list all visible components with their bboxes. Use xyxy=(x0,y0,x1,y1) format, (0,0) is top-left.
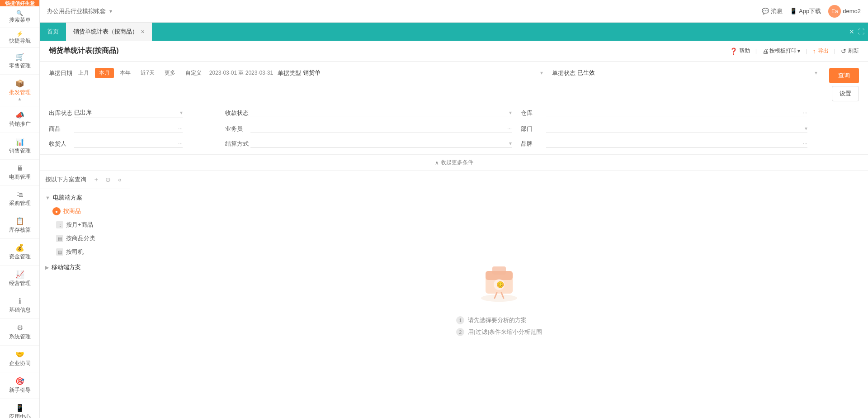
app-download-button[interactable]: 📱 App下载 xyxy=(790,7,821,15)
group-mobile-label: 移动端方案 xyxy=(52,263,81,271)
doc-status-value: 已生效 xyxy=(577,69,595,77)
user-area[interactable]: Ea demo2 xyxy=(828,5,861,18)
print-template-button[interactable]: 🖨 按模板打印 ▾ xyxy=(762,47,800,55)
query-button[interactable]: 查询 xyxy=(829,68,859,83)
sidebar-item-guide[interactable]: 🎯 新手引导 xyxy=(0,372,39,399)
tab-sales-stats-label: 销货单统计表（按商品） xyxy=(73,28,138,36)
brand-filter: 品牌 ··· xyxy=(516,139,812,148)
collection-status-select[interactable]: ▾ xyxy=(250,109,512,117)
scheme-table-icon: ▤ xyxy=(56,235,63,242)
empty-state: 😊 1 请先选择要分析的方案 2 xyxy=(130,171,868,418)
scheme-panel-title: 按以下方案查询 xyxy=(45,176,86,184)
sidebar-quicknav-item[interactable]: ⚡ 快捷导航 xyxy=(0,28,39,48)
wholesale-icon: 📦 xyxy=(15,79,24,88)
marketing-label: 营销推广 xyxy=(9,120,31,128)
scheme-group-desktop-header[interactable]: ▼ 电脑端方案 xyxy=(40,191,130,204)
scheme-group-mobile-header[interactable]: ▶ 移动端方案 xyxy=(40,261,130,274)
salesperson-filter: 业务员 ··· xyxy=(221,124,516,133)
sidebar-item-retail[interactable]: 🛒 零售管理 xyxy=(0,48,39,75)
scheme-item-by-product[interactable]: ● 按商品 xyxy=(40,204,130,218)
quicknav-icon: ⚡ xyxy=(16,31,23,37)
scheme-item-by-driver[interactable]: ▤ 按司机 xyxy=(40,245,130,259)
page-actions: ❓ 帮助 | 🖨 按模板打印 ▾ | ↑ 导出 | ↺ 刷新 xyxy=(730,47,859,60)
sidebar-item-inventory[interactable]: 📋 库存核算 xyxy=(0,212,39,239)
message-label: 消息 xyxy=(771,7,783,15)
sidebar-item-ecommerce[interactable]: 🖥 电商管理 xyxy=(0,160,39,186)
sidebar-item-operation[interactable]: 📈 经营管理 xyxy=(0,266,39,292)
warehouse-input[interactable]: ··· xyxy=(546,109,807,117)
scheme-grid-icon: :: xyxy=(56,221,63,228)
divider-2: | xyxy=(806,48,807,54)
edit-scheme-button[interactable]: ⊙ xyxy=(104,175,113,184)
doc-type-select[interactable]: 销货单 ▾ xyxy=(303,68,543,78)
refresh-button[interactable]: ↺ 刷新 xyxy=(841,47,859,55)
brand-label: 品牌 xyxy=(521,140,546,148)
department-select[interactable]: ▾ xyxy=(546,124,807,133)
sidebar-item-wholesale[interactable]: 📦 批发管理 ▲ xyxy=(0,75,39,106)
sidebar-search-item[interactable]: 🔍 搜索菜单 xyxy=(0,6,39,28)
tab-sales-stats[interactable]: 销货单统计表（按商品） ✕ xyxy=(66,23,152,41)
sidebar-item-basic[interactable]: ℹ 基础信息 xyxy=(0,292,39,319)
avatar: Ea xyxy=(828,5,841,18)
scheme-by-month-product-label: 按月+商品 xyxy=(66,221,93,229)
salesperson-more-icon: ··· xyxy=(507,125,512,132)
salesperson-label: 业务员 xyxy=(225,125,250,133)
tab-home[interactable]: 首页 xyxy=(40,23,66,41)
maximize-window-icon[interactable]: ⛶ xyxy=(858,28,864,35)
date-btn-custom[interactable]: 自定义 xyxy=(181,68,206,78)
payment-method-label: 结算方式 xyxy=(225,140,250,148)
topbar-dropdown-icon[interactable]: ▾ xyxy=(109,8,112,14)
query-button-group: 查询 设置 xyxy=(829,68,859,101)
tip-num-1: 1 xyxy=(456,316,464,324)
date-btn-more[interactable]: 更多 xyxy=(160,68,179,78)
add-scheme-button[interactable]: ＋ xyxy=(92,175,101,184)
collapse-bar[interactable]: ∧ 收起更多条件 xyxy=(40,155,868,170)
tab-close-icon[interactable]: ✕ xyxy=(141,29,145,35)
sidebar-item-sales[interactable]: 📊 销售管理 xyxy=(0,133,39,160)
close-window-icon[interactable]: ✕ xyxy=(849,28,854,35)
out-status-select[interactable]: 已出库 ▾ xyxy=(74,108,183,118)
export-button[interactable]: ↑ 导出 xyxy=(813,47,829,55)
export-label: 导出 xyxy=(818,47,829,55)
date-btn-last-month[interactable]: 上月 xyxy=(74,68,93,78)
collection-status-chevron-icon: ▾ xyxy=(509,109,512,116)
sidebar-item-purchase[interactable]: 🛍 采购管理 xyxy=(0,186,39,212)
out-status-chevron-icon: ▾ xyxy=(180,109,183,116)
app-download-label: App下载 xyxy=(799,7,821,15)
warehouse-more-icon: ··· xyxy=(803,109,807,116)
collection-status-filter: 收款状态 ▾ xyxy=(221,109,516,117)
sidebar-item-enterprise[interactable]: 🤝 企业协同 xyxy=(0,346,39,372)
page-content: 销货单统计表(按商品) ❓ 帮助 | 🖨 按模板打印 ▾ | ↑ 导出 | xyxy=(40,41,868,418)
sidebar-item-appcenter[interactable]: 📱 应用中心 xyxy=(0,399,39,418)
product-input[interactable]: ··· xyxy=(74,124,183,133)
app-logo[interactable]: 畅捷信好生意 xyxy=(0,0,39,6)
doc-status-select[interactable]: 已生效 ▾ xyxy=(577,68,817,78)
wholesale-label: 批发管理 xyxy=(9,89,31,96)
date-btn-last7[interactable]: 近7天 xyxy=(137,68,159,78)
date-btn-this-year[interactable]: 本年 xyxy=(116,68,135,78)
finance-icon: 💰 xyxy=(15,243,24,252)
payment-method-select[interactable]: ▾ xyxy=(250,139,512,148)
brand-more-icon: ··· xyxy=(803,140,807,147)
message-button[interactable]: 💬 消息 xyxy=(762,7,783,15)
salesperson-input[interactable]: ··· xyxy=(250,124,512,133)
collapse-scheme-button[interactable]: « xyxy=(115,175,124,184)
brand-input[interactable]: ··· xyxy=(546,139,807,148)
sidebar-item-finance[interactable]: 💰 资金管理 xyxy=(0,239,39,266)
doc-status-label: 单据状态 xyxy=(552,69,577,77)
tip-text-2: 用[过滤]条件来缩小分析范围 xyxy=(468,328,542,336)
app-download-icon: 📱 xyxy=(790,8,797,14)
help-button[interactable]: ❓ 帮助 xyxy=(730,47,750,55)
sidebar-item-marketing[interactable]: 📣 营销推广 xyxy=(0,106,39,133)
settings-button[interactable]: 设置 xyxy=(832,86,859,101)
date-filter-label: 单据日期 xyxy=(49,69,74,77)
tabbar: 首页 销货单统计表（按商品） ✕ ✕ ⛶ xyxy=(40,23,868,41)
scheme-item-by-month-product[interactable]: :: 按月+商品 xyxy=(40,218,130,232)
date-btn-this-month[interactable]: 本月 xyxy=(95,68,114,78)
basic-icon: ℹ xyxy=(19,297,21,305)
sidebar-item-system[interactable]: ⚙ 系统管理 xyxy=(0,319,39,346)
recipient-input[interactable]: ··· xyxy=(74,139,183,148)
wholesale-arrow: ▲ xyxy=(18,96,22,101)
doc-status-chevron-icon: ▾ xyxy=(815,70,817,76)
scheme-item-by-category[interactable]: ▤ 按商品分类 xyxy=(40,232,130,245)
